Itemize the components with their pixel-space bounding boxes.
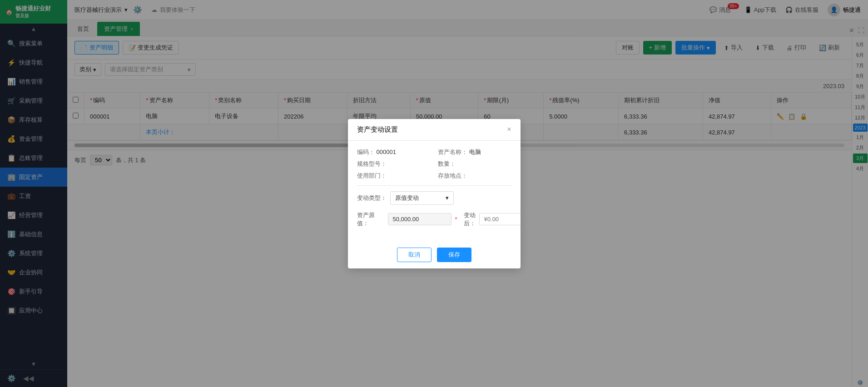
asset-name-label: 资产名称： (438, 148, 467, 156)
original-value-field: 资产原值： * 变动后： (357, 211, 511, 228)
modal-code-field: 编码： 000001 (357, 148, 431, 156)
modal-quantity-field: 数量： (438, 160, 511, 168)
required-mark: * (455, 216, 457, 223)
change-type-select[interactable]: 原值变动 ▾ (390, 191, 454, 205)
change-type-field: 变动类型： 原值变动 ▾ (357, 191, 511, 205)
department-label: 使用部门： (357, 172, 387, 180)
modal-name-field: 资产名称： 电脑 (438, 148, 511, 156)
modal-title: 资产变动设置 (357, 125, 398, 134)
spec-label: 规格型号： (357, 160, 387, 168)
modal-body: 编码： 000001 资产名称： 电脑 规格型号： 数量： 使用部门： (348, 141, 521, 241)
save-button[interactable]: 保存 (437, 248, 471, 262)
modal-spec-field: 规格型号： (357, 160, 431, 168)
cancel-button[interactable]: 取消 (397, 248, 432, 262)
asset-change-modal: 资产变动设置 × 编码： 000001 资产名称： 电脑 规格型号： 数量： (348, 119, 521, 268)
code-value: 000001 (377, 149, 396, 155)
location-label: 存放地点： (438, 172, 467, 180)
modal-close-icon[interactable]: × (507, 125, 511, 134)
change-type-value: 原值变动 (395, 194, 419, 202)
modal-overlay[interactable]: 资产变动设置 × 编码： 000001 资产名称： 电脑 规格型号： 数量： (0, 0, 868, 387)
change-type-label: 变动类型： (357, 194, 387, 202)
original-value-input[interactable] (388, 213, 451, 225)
code-label: 编码： (357, 148, 375, 156)
modal-department-field: 使用部门： (357, 172, 431, 180)
modal-footer: 取消 保存 (348, 241, 521, 268)
asset-name-value: 电脑 (469, 148, 481, 156)
modal-location-field: 存放地点： (438, 172, 511, 180)
quantity-label: 数量： (438, 160, 456, 168)
change-type-dropdown-icon: ▾ (446, 194, 449, 201)
modal-header: 资产变动设置 × (348, 119, 521, 141)
original-value-label: 资产原值： (357, 211, 384, 228)
after-change-label: 变动后： (464, 211, 476, 228)
after-change-input[interactable] (479, 213, 521, 225)
modal-info-grid: 编码： 000001 资产名称： 电脑 规格型号： 数量： 使用部门： (357, 148, 511, 180)
modal-divider (357, 185, 511, 186)
